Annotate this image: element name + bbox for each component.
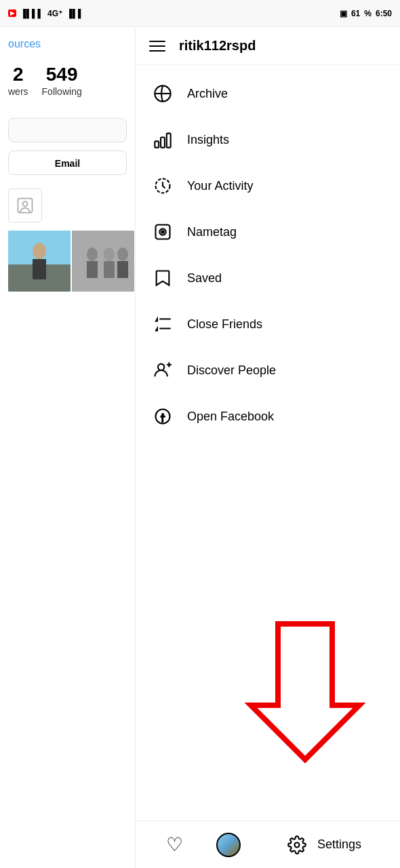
open-facebook-label: Open Facebook <box>187 410 274 424</box>
hamburger-menu-icon[interactable] <box>149 41 165 52</box>
svg-point-11 <box>117 248 128 261</box>
hamburger-line-3 <box>149 50 165 52</box>
hamburger-line-1 <box>149 41 165 42</box>
signal-icon: ▐▌▌▌ <box>20 9 43 18</box>
archive-label: Archive <box>187 87 228 101</box>
menu-item-close-friends[interactable]: Close Friends <box>136 301 400 347</box>
svg-point-29 <box>295 842 300 847</box>
network-icon: 4G⁺ <box>47 9 62 18</box>
arrow-annotation <box>231 617 380 766</box>
photo-thumb-person <box>8 231 71 292</box>
following-count: 549 <box>42 64 82 85</box>
svg-rect-5 <box>33 259 46 279</box>
profile-placeholder-icon <box>8 189 42 222</box>
battery-icon: ▣ <box>340 9 347 18</box>
followers-label: wers <box>8 86 28 97</box>
discover-people-label: Discover People <box>187 363 276 378</box>
close-friends-label: Close Friends <box>187 317 262 332</box>
menu-list: Archive Insights <box>136 65 400 448</box>
settings-icon <box>287 835 306 854</box>
svg-point-1 <box>23 201 28 206</box>
status-right: ▣ 61% 6:50 <box>340 9 392 18</box>
menu-item-your-activity[interactable]: Your Activity <box>136 163 400 209</box>
svg-rect-12 <box>117 261 128 278</box>
menu-header: ritik112rspd <box>136 27 400 65</box>
open-facebook-icon <box>152 406 174 427</box>
youtube-icon: ▶ <box>8 9 16 17</box>
svg-point-24 <box>158 364 164 370</box>
svg-rect-10 <box>104 261 115 278</box>
nametag-label: Nametag <box>187 225 237 239</box>
profile-avatar[interactable] <box>216 833 241 857</box>
svg-rect-14 <box>161 138 165 148</box>
following-stat: 549 Following <box>42 64 82 98</box>
svg-marker-20 <box>155 316 158 321</box>
right-panel: ritik112rspd Archive <box>136 27 400 868</box>
time-display: 6:50 <box>376 9 392 18</box>
heart-icon[interactable]: ♡ <box>166 833 183 856</box>
hamburger-line-2 <box>149 45 165 47</box>
bottom-bar-left: ♡ <box>136 833 271 857</box>
svg-marker-21 <box>155 326 158 331</box>
insights-icon <box>152 129 174 151</box>
followers-count: 2 <box>8 64 28 85</box>
menu-item-open-facebook[interactable]: Open Facebook <box>136 393 400 439</box>
bottom-bar-right: Settings <box>271 835 400 854</box>
following-label: Following <box>42 86 82 97</box>
annotation-area <box>136 448 400 821</box>
settings-label: Settings <box>317 837 361 852</box>
menu-username: ritik112rspd <box>179 38 256 54</box>
saved-icon <box>152 267 174 289</box>
menu-item-saved[interactable]: Saved <box>136 255 400 301</box>
insights-label: Insights <box>187 133 229 147</box>
saved-label: Saved <box>187 271 222 285</box>
photo-grid <box>8 231 127 292</box>
nametag-icon <box>152 221 174 243</box>
svg-point-7 <box>87 248 98 261</box>
status-bar: ▶ ▐▌▌▌ 4G⁺ ▐▌▌ ▣ 61% 6:50 <box>0 0 400 27</box>
svg-point-4 <box>33 243 46 259</box>
close-friends-icon <box>152 313 174 335</box>
network-bars: ▐▌▌ <box>66 9 84 18</box>
discover-people-icon <box>152 359 174 381</box>
settings-item[interactable]: Settings <box>287 835 361 854</box>
bottom-bar: ♡ Settings <box>136 821 400 868</box>
svg-rect-0 <box>18 199 33 213</box>
menu-item-archive[interactable]: Archive <box>136 71 400 117</box>
svg-point-19 <box>161 231 164 233</box>
svg-rect-13 <box>155 141 159 147</box>
email-button[interactable]: Email <box>8 151 127 175</box>
menu-item-discover-people[interactable]: Discover People <box>136 347 400 393</box>
battery-level: 61 <box>351 9 360 18</box>
profile-stats: 2 wers 549 Following <box>8 64 127 98</box>
svg-rect-8 <box>87 261 98 278</box>
archive-icon <box>152 83 174 104</box>
svg-point-9 <box>104 248 115 261</box>
menu-item-insights[interactable]: Insights <box>136 117 400 163</box>
menu-item-nametag[interactable]: Nametag <box>136 209 400 255</box>
left-panel: ources 2 wers 549 Following Email <box>0 27 136 868</box>
photo-thumb-group <box>72 231 134 292</box>
resources-label: ources <box>8 38 127 50</box>
main-container: ources 2 wers 549 Following Email <box>0 27 400 868</box>
status-left: ▶ ▐▌▌▌ 4G⁺ ▐▌▌ <box>8 9 84 18</box>
your-activity-icon <box>152 175 174 197</box>
search-input[interactable] <box>8 118 127 142</box>
svg-rect-15 <box>167 134 171 148</box>
your-activity-label: Your Activity <box>187 179 253 193</box>
followers-stat: 2 wers <box>8 64 28 98</box>
svg-marker-28 <box>251 624 359 760</box>
